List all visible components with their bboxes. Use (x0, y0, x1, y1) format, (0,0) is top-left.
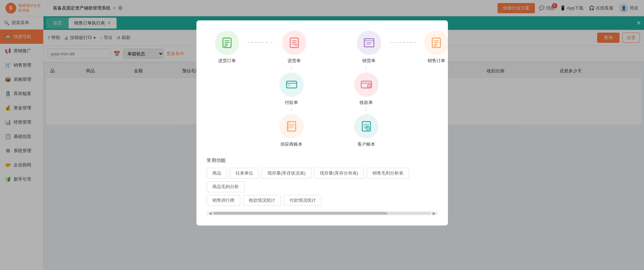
bottom-scrollbar[interactable]: ◀ ▶ (207, 211, 438, 215)
modal-scroll: 进货订单 → 进货单 (196, 20, 448, 226)
scrollbar-thumb (213, 212, 388, 215)
flow-node-purchase: 进货单 (274, 31, 315, 64)
receipt-circle (354, 72, 379, 97)
function-button[interactable]: 销售排行榜 (207, 195, 240, 206)
payment-label: 付款单 (285, 100, 298, 106)
purchase-order-circle (215, 31, 239, 55)
sale-label: 销货单 (362, 58, 376, 64)
scroll-right-icon[interactable]: ▶ (431, 211, 437, 216)
receipt-label: 收款单 (360, 100, 373, 106)
flow-node-customer-ledger: 客户账本 (346, 114, 387, 147)
customer-ledger-circle (354, 114, 379, 139)
overlay: 进货订单 → 进货单 (0, 0, 644, 270)
sale-order-label: 销售订单 (428, 58, 445, 64)
flow-node-supplier-ledger: 供应商账本 (271, 114, 312, 147)
common-functions-section: 常用功能 商品往来单位现存量(库存状况表)现存量(库存分布表)销售毛利分析表商品… (207, 158, 438, 206)
flow-section: 进货订单 → 进货单 (207, 31, 438, 147)
scrollbar-track[interactable] (213, 212, 431, 215)
flow-node-sale-order: 销售订单 (416, 31, 448, 64)
function-button[interactable]: 现存量(库存分布表) (314, 168, 364, 179)
function-button[interactable]: 商品毛利分析 (207, 181, 245, 192)
customer-ledger-label: 客户账本 (358, 141, 375, 147)
purchase-order-label: 进货订单 (218, 58, 236, 64)
function-buttons-row1: 商品往来单位现存量(库存状况表)现存量(库存分布表)销售毛利分析表商品毛利分析 (207, 168, 438, 192)
function-buttons-row2: 销售排行榜收款情况统计付款情况统计 (207, 195, 438, 206)
function-button[interactable]: 收款情况统计 (243, 195, 281, 206)
flow-node-sale: 销货单 (349, 31, 389, 64)
svg-rect-21 (288, 85, 290, 86)
sale-order-circle (424, 31, 448, 55)
supplier-ledger-label: 供应商账本 (280, 141, 302, 147)
svg-rect-31 (288, 122, 289, 131)
supplier-ledger-circle (279, 114, 304, 139)
function-button[interactable]: 现存量(库存状况表) (262, 168, 312, 179)
flow-node-receipt: 收款单 (346, 72, 387, 106)
payment-circle (279, 72, 304, 97)
sale-circle (357, 31, 381, 55)
function-button[interactable]: 销售毛利分析表 (367, 168, 409, 179)
quick-nav-modal: 进货订单 → 进货单 (196, 20, 448, 226)
function-button[interactable]: 付款情况统计 (284, 195, 322, 206)
scroll-left-icon[interactable]: ◀ (207, 211, 213, 216)
flow-node-purchase-order: 进货订单 (207, 31, 247, 64)
purchase-label: 进货单 (288, 58, 301, 64)
function-button[interactable]: 往来单位 (230, 168, 259, 179)
purchase-circle (282, 31, 307, 55)
function-button[interactable]: 商品 (207, 168, 227, 179)
common-functions-title: 常用功能 (207, 158, 438, 164)
flow-node-payment: 付款单 (271, 72, 312, 106)
